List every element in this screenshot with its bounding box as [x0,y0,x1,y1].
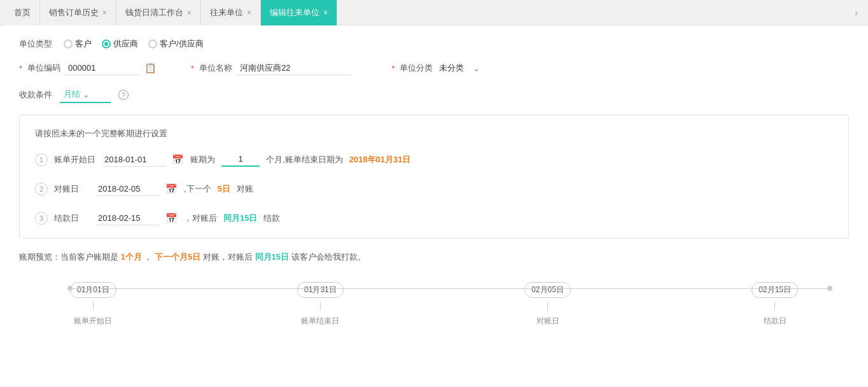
timeline-container: 01月01日 账单开始日 01月31日 账单结束日 02月05日 对账日 02月… [19,276,849,346]
tab-cash-work[interactable]: 钱货日清工作台 × [116,0,201,25]
code-required: * [19,64,22,73]
unit-code-input[interactable] [64,61,141,75]
tl-bubble-3: 02月05日 [524,282,571,298]
timeline-end-dot [827,286,832,291]
tl-label-1: 账单开始日 [74,316,112,327]
row-num-3: 3 [35,212,48,225]
start-date-calendar[interactable]: 📅 [172,154,184,165]
settings-row-1: 1 账单开始日 📅 账期为 个月,账单结束日期为 2018年01月31日 [35,152,833,167]
row-num-2: 2 [35,183,48,195]
main-content: 单位类型 客户 供应商 客户/供应商 * 单位编码 📋 [0,25,868,387]
row-label-3: 结款日 [54,213,89,224]
tl-label-2: 账单结束日 [301,316,339,327]
unit-code-group: * 单位编码 📋 [19,61,157,75]
row-label-2: 对账日 [54,183,89,195]
preview-sep1: ， [144,252,152,262]
reconcile-suffix: 对账 [237,183,253,195]
reconcile-date-input[interactable] [95,182,159,196]
tl-bubble-4: 02月15日 [752,282,798,298]
radio-both[interactable]: 客户/供应商 [148,38,204,50]
radio-customer[interactable]: 客户 [64,38,92,50]
row-num-1: 1 [35,153,48,166]
preview-suffix: 该客户会给我打款。 [291,252,366,262]
end-date-highlight: 2018年01月31日 [349,154,411,165]
settings-title: 请按照未来的一个完整帐期进行设置 [35,128,833,139]
tab-sales-history[interactable]: 销售订单历史 × [40,0,116,25]
unit-code-copy-icon[interactable]: 📋 [144,62,157,74]
tl-label-3: 对账日 [536,316,559,327]
preview-section: 账期预览：当前客户账期是 1个月 ， 下一个月5日 对账，对账后 同月15日 该… [19,251,849,263]
unit-type-radio-group: 客户 供应商 客户/供应商 [64,38,204,50]
period-prefix: 账期为 [190,154,215,165]
preview-prefix: 账期预览：当前客户账期是 [19,252,118,262]
unit-info-row: * 单位编码 📋 * 单位名称 * 单位分类 未分类 ⌄ [19,61,849,75]
tab-close-cash-work[interactable]: × [187,8,192,17]
radio-both-circle [148,39,157,48]
reconcile-prefix: ,下一个 [184,183,211,195]
payment-day-highlight: 同月15日 [223,213,257,224]
tab-close-edit-partner[interactable]: × [323,8,328,17]
payment-date-calendar[interactable]: 📅 [165,213,178,224]
unit-name-label: 单位名称 [199,62,232,74]
name-required: * [191,64,194,73]
unit-category-value: 未分类 [439,62,464,74]
radio-customer-label: 客户 [75,38,92,50]
settings-row-2: 2 对账日 📅 ,下一个 5日 对账 [35,182,833,196]
tab-edit-partner[interactable]: 编辑往来单位 × [261,0,337,25]
radio-customer-circle [64,39,73,48]
preview-payment: 同月15日 [255,252,289,262]
tabs-more-arrow[interactable]: › [850,8,863,18]
tab-partner[interactable]: 往来单位 × [201,0,261,25]
unit-code-label: 单位编码 [27,62,60,74]
preview-reconcile: 下一个月5日 [155,252,200,262]
period-input[interactable] [221,152,260,167]
tl-label-4: 结款日 [764,316,787,327]
payment-condition-label: 收款条件 [19,89,52,101]
unit-category-group: * 单位分类 未分类 ⌄ [391,62,480,74]
tl-bubble-1: 01月01日 [70,282,116,298]
payment-dropdown-icon: ⌄ [83,90,90,99]
reconcile-day-highlight: 5日 [218,183,230,195]
tab-close-partner[interactable]: × [247,8,251,17]
payment-prefix: ，对账后 [184,213,217,224]
unit-type-row: 单位类型 客户 供应商 客户/供应商 [19,38,849,50]
start-date-input[interactable] [102,153,165,167]
settings-box: 请按照未来的一个完整帐期进行设置 1 账单开始日 📅 账期为 个月,账单结束日期… [19,115,849,239]
tab-home[interactable]: 首页 [5,0,40,25]
tabs-bar: 首页 销售订单历史 × 钱货日清工作台 × 往来单位 × 编辑往来单位 × › [0,0,868,25]
reconcile-date-calendar[interactable]: 📅 [165,183,178,195]
tab-close-sales-history[interactable]: × [102,8,107,17]
unit-category-label: 单位分类 [400,62,433,74]
unit-name-input[interactable] [236,61,351,75]
preview-period: 1个月 [121,252,142,262]
unit-type-label: 单位类型 [19,38,52,50]
radio-both-label: 客户/供应商 [160,38,204,50]
preview-sep2: 对账，对账后 [203,252,253,262]
payment-help-icon[interactable]: ? [118,90,129,100]
period-suffix: 个月,账单结束日期为 [266,154,343,165]
payment-date-input[interactable] [95,211,159,225]
category-dropdown-icon[interactable]: ⌄ [473,64,480,73]
radio-supplier[interactable]: 供应商 [102,38,138,50]
radio-supplier-label: 供应商 [113,38,138,50]
row-label-1: 账单开始日 [54,154,95,165]
category-required: * [391,64,395,73]
payment-condition-dropdown[interactable]: 月结 ⌄ [60,87,111,103]
settings-row-3: 3 结款日 📅 ，对账后 同月15日 结款 [35,211,833,225]
timeline-start-dot [67,286,73,291]
unit-name-group: * 单位名称 [191,61,351,75]
radio-supplier-circle [102,39,111,48]
timeline-line [70,288,830,289]
payment-suffix: 结款 [263,213,280,224]
tl-bubble-2: 01月31日 [297,282,344,298]
payment-condition-value: 月结 [64,88,80,100]
payment-condition-row: 收款条件 月结 ⌄ ? [19,87,849,103]
